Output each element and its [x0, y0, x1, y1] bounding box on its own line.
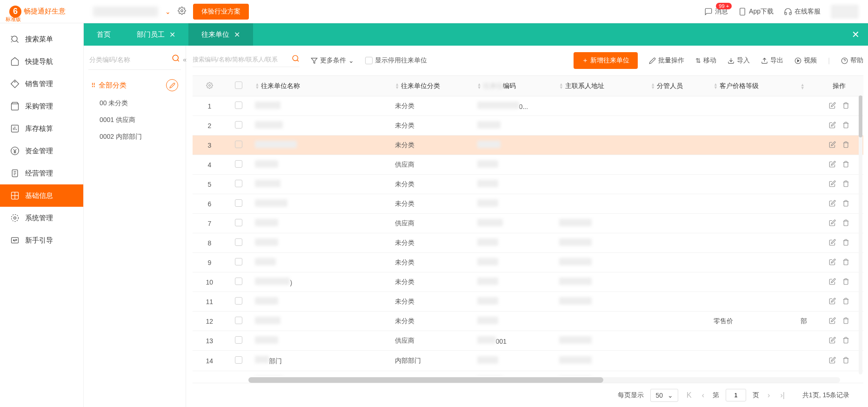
search-icon[interactable] [292, 54, 300, 65]
edit-row-icon[interactable] [829, 200, 836, 208]
tree-item-2[interactable]: 0002 内部部门 [88, 129, 181, 145]
delete-row-icon[interactable] [842, 122, 849, 130]
edit-row-icon[interactable] [829, 357, 836, 365]
col-extra[interactable]: ▲▼ [796, 76, 815, 96]
table-row[interactable]: 2 未分类 [193, 116, 863, 136]
table-row[interactable]: 7 供应商 [193, 214, 863, 233]
row-checkbox[interactable] [227, 175, 251, 194]
edit-row-icon[interactable] [829, 161, 836, 169]
row-checkbox[interactable] [227, 233, 251, 253]
edit-row-icon[interactable] [829, 141, 836, 149]
table-row[interactable]: 15 [193, 371, 863, 376]
delete-row-icon[interactable] [842, 298, 849, 306]
row-checkbox[interactable] [227, 194, 251, 214]
import-action[interactable]: 导入 [728, 56, 750, 65]
edit-row-icon[interactable] [829, 337, 836, 345]
row-checkbox[interactable] [227, 351, 251, 371]
tree-item-0[interactable]: 00 未分类 [88, 95, 181, 112]
delete-row-icon[interactable] [842, 180, 849, 189]
row-checkbox[interactable] [227, 116, 251, 136]
close-icon[interactable]: ✕ [169, 30, 175, 39]
table-row[interactable]: 1 未分类 0... [193, 96, 863, 116]
gear-icon[interactable] [178, 7, 186, 17]
add-button[interactable]: ＋ 新增往来单位 [574, 52, 638, 69]
sidebar-item-5[interactable]: 资金管理 [0, 140, 83, 162]
service-link[interactable]: 在线客服 [784, 7, 821, 16]
sidebar-item-4[interactable]: 库存核算 [0, 117, 83, 140]
last-page-button[interactable]: ›| [778, 391, 786, 400]
tab-1[interactable]: 部门员工✕ [124, 23, 188, 46]
download-link[interactable]: App下载 [738, 7, 774, 16]
table-row[interactable]: 11 未分类 [193, 292, 863, 312]
tab-2[interactable]: 往来单位✕ [188, 23, 253, 46]
page-input[interactable] [726, 389, 746, 401]
close-icon[interactable]: ✕ [234, 30, 240, 39]
horizontal-scrollbar[interactable] [248, 377, 840, 383]
edit-row-icon[interactable] [829, 239, 836, 247]
delete-row-icon[interactable] [842, 219, 849, 228]
col-code[interactable]: ▲▼往来往编码 [473, 76, 554, 96]
tree-item-1[interactable]: 0001 供应商 [88, 112, 181, 129]
table-row[interactable]: 4 供应商 [193, 155, 863, 175]
edit-row-icon[interactable] [829, 122, 836, 130]
sidebar-item-6[interactable]: 经营管理 [0, 162, 83, 184]
delete-row-icon[interactable] [842, 278, 849, 286]
close-all-tabs[interactable]: ✕ [843, 23, 868, 46]
move-action[interactable]: ⇅ 移动 [695, 56, 716, 65]
edit-row-icon[interactable] [829, 258, 836, 267]
edit-tree-icon[interactable] [166, 79, 178, 91]
sidebar-item-2[interactable]: 销售管理 [0, 73, 83, 95]
table-row[interactable]: 3 未分类 [193, 136, 863, 155]
row-checkbox[interactable] [227, 292, 251, 312]
prev-page-button[interactable]: ‹ [700, 391, 706, 400]
help-action[interactable]: 帮助 [841, 56, 863, 65]
batch-action[interactable]: 批量操作 [649, 56, 684, 65]
tree-search-input[interactable] [89, 56, 172, 63]
tree-root[interactable]: ⠿ 全部分类 [88, 75, 181, 95]
sidebar-item-1[interactable]: 快捷导航 [0, 50, 83, 73]
delete-row-icon[interactable] [842, 357, 849, 365]
chevron-down-icon[interactable]: ⌄ [165, 8, 171, 15]
edit-row-icon[interactable] [829, 102, 836, 110]
row-checkbox[interactable] [227, 312, 251, 331]
table-row[interactable]: 12 未分类 零售价 部 [193, 312, 863, 331]
table-row[interactable]: 10 ) 未分类 [193, 272, 863, 292]
vertical-scrollbar[interactable] [859, 95, 862, 374]
table-row[interactable]: 13 供应商 001 [193, 331, 863, 351]
org-selector[interactable] [93, 7, 158, 17]
next-page-button[interactable]: › [766, 391, 772, 400]
delete-row-icon[interactable] [842, 317, 849, 326]
row-checkbox[interactable] [227, 253, 251, 272]
sidebar-item-7[interactable]: 基础信息 [0, 184, 83, 207]
sidebar-item-3[interactable]: 采购管理 [0, 95, 83, 117]
col-manager[interactable]: ▲▼分管人员 [646, 76, 709, 96]
row-checkbox[interactable] [227, 272, 251, 292]
show-disabled-toggle[interactable]: 显示停用往来单位 [365, 56, 427, 65]
messages-link[interactable]: 消息 99 + [704, 7, 728, 16]
delete-row-icon[interactable] [842, 337, 849, 345]
sidebar-item-0[interactable]: 搜索菜单 [0, 28, 83, 50]
first-page-button[interactable]: K [685, 391, 694, 400]
table-row[interactable]: 8 未分类 [193, 233, 863, 253]
tab-0[interactable]: 首页 [84, 23, 124, 46]
sidebar-item-8[interactable]: 系统管理 [0, 207, 83, 229]
table-row[interactable]: 9 未分类 [193, 253, 863, 272]
search-input[interactable] [193, 56, 292, 63]
delete-row-icon[interactable] [842, 102, 849, 110]
row-checkbox[interactable] [227, 155, 251, 175]
col-settings[interactable] [193, 76, 227, 96]
table-row[interactable]: 6 未分类 [193, 194, 863, 214]
col-category[interactable]: ▲▼往来单位分类 [390, 76, 472, 96]
edit-row-icon[interactable] [829, 278, 836, 286]
row-checkbox[interactable] [227, 136, 251, 155]
row-checkbox[interactable] [227, 331, 251, 351]
col-name[interactable]: ▲▼往来单位名称 [250, 76, 390, 96]
avatar[interactable] [831, 5, 859, 19]
delete-row-icon[interactable] [842, 239, 849, 247]
experience-button[interactable]: 体验行业方案 [193, 4, 249, 20]
table-row[interactable]: 14 部门 内部部门 [193, 351, 863, 371]
edit-row-icon[interactable] [829, 180, 836, 189]
collapse-tree-icon[interactable]: « [183, 56, 187, 63]
per-page-select[interactable]: 50 ⌄ [650, 389, 678, 402]
search-icon[interactable] [172, 54, 180, 65]
